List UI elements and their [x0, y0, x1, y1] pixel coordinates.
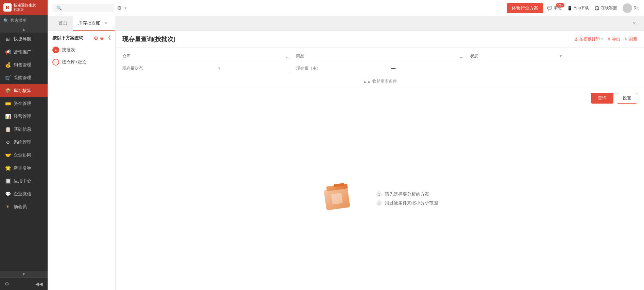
- enterprise-collab-icon: 🤝: [5, 152, 11, 158]
- sidebar-item-quick-nav[interactable]: ⊞ 快捷导航: [0, 33, 48, 46]
- messages-btn[interactable]: 💬 消息 99+: [547, 5, 562, 11]
- stock-status-label: 现存量状态: [122, 66, 143, 71]
- settings-btn[interactable]: 设置: [617, 93, 637, 104]
- status-dropdown[interactable]: ▾: [481, 52, 637, 60]
- new-guide-icon: 🌟: [5, 165, 11, 171]
- sidebar-item-member[interactable]: V 畅会员: [0, 200, 48, 213]
- sidebar-item-inventory[interactable]: 📦 库存核算: [0, 84, 48, 97]
- collapse-sidebar-icon[interactable]: ◀◀: [35, 281, 43, 287]
- user-btn[interactable]: Rit: [623, 3, 639, 13]
- quick-nav-icon: ⊞: [5, 36, 11, 42]
- user-name: Rit: [633, 6, 639, 11]
- filter-scheme-header: 按以下方案查询 ⊕ ⊛ 《: [48, 35, 115, 44]
- sidebar-item-label: 销售管理: [14, 62, 31, 68]
- basic-info-icon: 📋: [5, 127, 11, 132]
- sidebar-item-label: 资金管理: [14, 101, 31, 107]
- goods-input[interactable]: [307, 52, 457, 60]
- settings-icon[interactable]: ⚙: [5, 281, 9, 287]
- stock-qty-label: 现存量（主）: [296, 66, 321, 71]
- sidebar-item-enterprise-wechat[interactable]: 💬 企业微信: [0, 187, 48, 200]
- search-input[interactable]: [64, 6, 105, 11]
- page-scroll-right[interactable]: ›: [637, 21, 639, 26]
- sidebar-item-app-center[interactable]: 🔲 应用中心: [0, 175, 48, 187]
- empty-hint-2: 2 用过滤条件来缩小分析范围: [376, 200, 438, 206]
- stock-status-arrow: ▾: [218, 66, 288, 71]
- scroll-down-btn[interactable]: ▼: [0, 271, 48, 277]
- topbar-left: 🔍 ⚙ ▾: [53, 4, 503, 12]
- add-scheme-icon[interactable]: ⊕: [94, 35, 98, 41]
- collapse-btn-label: 收起更多条件: [372, 78, 397, 84]
- left-filter-panel: 按以下方案查询 ⊕ ⊛ 《 ● 按批次 ○ 按仓库+批次: [48, 31, 116, 290]
- stock-status-dropdown[interactable]: ▾: [146, 65, 289, 72]
- scheme-by-warehouse-batch[interactable]: ○ 按仓库+批次: [48, 56, 115, 68]
- sidebar-header: B 畅康通好生意 标准版: [0, 0, 48, 15]
- topbar: 🔍 ⚙ ▾ 体验行业方案 💬 消息 99+ 📱 App下载 🎧 在线客服: [48, 0, 644, 16]
- sidebar-item-label: 库存核算: [14, 88, 31, 94]
- sidebar-item-basic-info[interactable]: 📋 基础信息: [0, 123, 48, 136]
- topbar-gear-icon[interactable]: ⚙: [117, 5, 122, 11]
- status-filter-group: 状态 ▾: [470, 52, 637, 60]
- topbar-dropdown-icon[interactable]: ▾: [124, 6, 126, 11]
- scheme-by-batch-label: 按批次: [62, 47, 75, 53]
- stock-qty-to[interactable]: [398, 66, 461, 71]
- filter-area: 仓库 ... 商品 ... 状态 ▾: [116, 48, 644, 89]
- online-service-btn[interactable]: 🎧 在线客服: [594, 5, 617, 11]
- hint-text-2: 用过滤条件来缩小分析范围: [385, 200, 438, 206]
- sidebar-item-marketing[interactable]: 📢 营销推广: [0, 46, 48, 58]
- query-btn[interactable]: 查询: [591, 93, 613, 104]
- sidebar-item-new-guide[interactable]: 🌟 新手引导: [0, 162, 48, 175]
- search-icon: 🔍: [56, 5, 62, 11]
- sidebar-item-system[interactable]: ⚙ 系统管理: [0, 136, 48, 149]
- sidebar-search-label: 搜索菜单: [11, 18, 27, 23]
- inventory-icon: 📦: [5, 88, 11, 93]
- goods-more-btn[interactable]: ...: [460, 54, 463, 59]
- sidebar-item-label: 系统管理: [14, 139, 31, 145]
- sidebar-search[interactable]: 🔍 搜索菜单: [0, 15, 48, 26]
- search-icon: 🔍: [3, 18, 9, 23]
- finance-icon: 💳: [5, 101, 11, 106]
- hint-text-1: 请先选择要分析的方案: [385, 191, 429, 197]
- tab-home[interactable]: 首页: [53, 17, 73, 30]
- warehouse-input[interactable]: [133, 52, 283, 60]
- refresh-btn[interactable]: ↻ 刷新: [624, 36, 637, 42]
- sidebar-item-enterprise-collab[interactable]: 🤝 企业协同: [0, 149, 48, 162]
- page-actions: 🖨 按模板打印 ▾ ⬆ 导出 ↻ 刷新: [574, 36, 637, 42]
- operations-icon: 📊: [5, 114, 11, 119]
- settings-scheme-icon[interactable]: ⊛: [100, 36, 104, 41]
- purchase-icon: 🛒: [5, 75, 11, 80]
- sidebar-item-label: 新手引导: [14, 165, 31, 171]
- sidebar-item-sales[interactable]: 💰 销售管理: [0, 58, 48, 71]
- scheme-by-warehouse-batch-label: 按仓库+批次: [62, 59, 87, 65]
- export-label: 导出: [612, 36, 620, 42]
- empty-state: 1 请先选择要分析的方案 2 用过滤条件来缩小分析范围: [116, 107, 644, 290]
- tab-inventory-batch[interactable]: 库存批次账 ×: [73, 16, 115, 31]
- tabbar: 首页 库存批次账 × × ›: [48, 16, 644, 31]
- app-download-btn[interactable]: 📱 App下载: [567, 5, 589, 11]
- warehouse-more-btn[interactable]: ...: [286, 54, 289, 59]
- sidebar-nav: ⊞ 快捷导航 📢 营销推广 💰 销售管理 🛒 采购管理 📦 库存核算 💳 资金管…: [0, 33, 48, 271]
- empty-illustration: [322, 178, 362, 219]
- stock-qty-from[interactable]: [325, 66, 389, 71]
- collapse-panel-icon[interactable]: 《: [106, 35, 111, 41]
- sidebar-item-purchase[interactable]: 🛒 采购管理: [0, 71, 48, 84]
- scroll-up-btn[interactable]: ▲: [0, 26, 48, 33]
- sidebar-item-operations[interactable]: 📊 经营管理: [0, 110, 48, 123]
- marketing-icon: 📢: [5, 49, 11, 55]
- app-download-icon: 📱: [567, 6, 572, 11]
- refresh-label: 刷新: [629, 36, 637, 42]
- collapse-more-btn[interactable]: ▲▲ 收起更多条件: [122, 76, 637, 84]
- print-label: 按模板打印: [579, 36, 600, 42]
- export-btn[interactable]: ⬆ 导出: [607, 36, 620, 42]
- page-close-btn[interactable]: ×: [631, 20, 637, 26]
- export-icon: ⬆: [607, 37, 611, 41]
- try-industry-btn[interactable]: 体验行业方案: [507, 3, 543, 13]
- tab-inventory-batch-label: 库存批次账: [78, 20, 100, 26]
- print-icon: 🖨: [574, 37, 578, 41]
- scheme-icon-active: ●: [52, 47, 59, 53]
- message-icon: 💬: [547, 6, 552, 11]
- tab-close-btn[interactable]: ×: [102, 20, 109, 26]
- stock-qty-dash: —: [391, 66, 396, 71]
- print-btn[interactable]: 🖨 按模板打印 ▾: [574, 36, 603, 42]
- scheme-by-batch[interactable]: ● 按批次: [48, 44, 115, 56]
- sidebar-item-finance[interactable]: 💳 资金管理: [0, 97, 48, 110]
